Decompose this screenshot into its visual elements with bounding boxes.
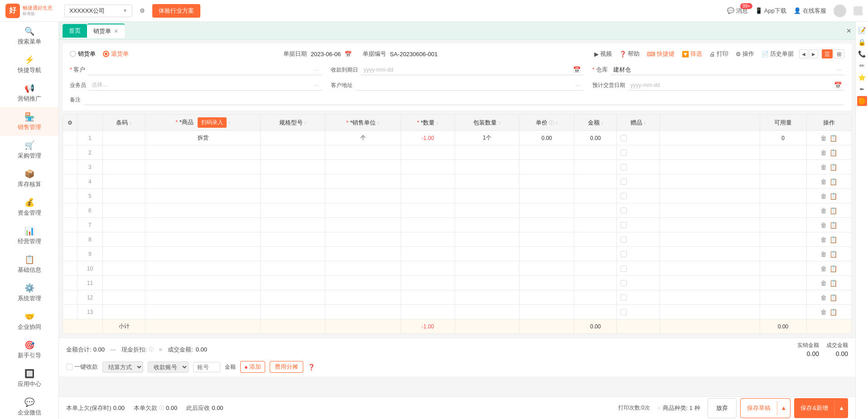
delete-icon[interactable]: 🗑	[820, 207, 827, 214]
gift-checkbox[interactable]	[621, 164, 627, 170]
add-button[interactable]: ● 添加	[240, 361, 265, 373]
delete-icon[interactable]: 🗑	[820, 164, 827, 171]
sidebar-item-guide[interactable]: 🎯 新手引导	[0, 336, 58, 364]
save-new-button[interactable]: 保存&新增 ▲	[794, 398, 848, 418]
scan-button[interactable]: 扫码录入	[198, 117, 227, 128]
sidebar-item-basic-info[interactable]: 📋 基础信息	[0, 250, 58, 279]
sidebar-item-appcenter[interactable]: 🔲 应用中心	[0, 364, 58, 393]
discount-info-icon[interactable]: ⓘ	[149, 346, 154, 353]
copy-icon[interactable]: 📋	[829, 294, 837, 301]
gift-checkbox[interactable]	[621, 207, 627, 214]
right-sidebar-notes[interactable]: 📝	[857, 25, 867, 35]
copy-icon[interactable]: 📋	[829, 207, 837, 214]
th-settings[interactable]: ⚙	[63, 115, 78, 131]
gift-checkbox[interactable]	[621, 178, 627, 185]
sidebar-item-wxwork[interactable]: 💬 企业微信	[0, 393, 58, 419]
right-sidebar-edit[interactable]: ✏	[857, 61, 867, 71]
account-number-input[interactable]	[193, 362, 220, 372]
shortcuts-button[interactable]: ⌨ 快捷键	[645, 49, 676, 59]
gift-checkbox[interactable]	[621, 251, 627, 257]
grid-view-button[interactable]: ⊞	[834, 49, 844, 58]
gift-checkbox[interactable]	[621, 294, 627, 301]
delete-icon[interactable]: 🗑	[820, 250, 827, 258]
copy-icon[interactable]: 📋	[829, 222, 837, 229]
delete-icon[interactable]: 🗑	[820, 178, 827, 185]
copy-icon[interactable]: 📋	[829, 265, 837, 272]
delete-icon[interactable]: 🗑	[820, 135, 827, 142]
radio-return-order[interactable]: 退货单	[103, 50, 129, 58]
next-arrow[interactable]: ▶	[809, 49, 818, 58]
customer-address-input[interactable]: ···	[355, 80, 583, 91]
copy-icon[interactable]: 📋	[829, 308, 837, 316]
discard-button[interactable]: 放弃	[708, 398, 737, 418]
copy-icon[interactable]: 📋	[829, 135, 837, 142]
copy-icon[interactable]: 📋	[829, 250, 837, 258]
delete-icon[interactable]: 🗑	[820, 193, 827, 200]
online-service-button[interactable]: 👤 在线客服	[794, 7, 826, 15]
gift-checkbox[interactable]	[621, 309, 627, 315]
copy-icon[interactable]: 📋	[829, 236, 837, 243]
help-button[interactable]: ❓ 帮助	[617, 49, 641, 59]
settlement-method-select[interactable]: 结算方式	[102, 361, 143, 373]
settings-icon[interactable]: ⚙	[136, 5, 149, 17]
sidebar-item-management[interactable]: 📊 经营管理	[0, 222, 58, 250]
delete-icon[interactable]: 🗑	[820, 279, 827, 287]
tab-close-icon[interactable]: ✕	[114, 28, 118, 34]
sidebar-item-marketing[interactable]: 📢 营销推广	[0, 79, 58, 107]
app-download-button[interactable]: 📱 App下载	[755, 7, 786, 15]
warehouse-input[interactable]: 建材仓 ···	[611, 64, 844, 75]
company-selector[interactable]: XXXXXX公司 ▼	[64, 5, 132, 17]
tab-sales-order[interactable]: 销货单 ✕	[87, 24, 125, 38]
sidebar-item-purchase[interactable]: 🛒 采购管理	[0, 136, 58, 164]
gift-checkbox[interactable]	[621, 222, 627, 228]
fee-help-icon[interactable]: ❓	[308, 364, 315, 371]
account-select[interactable]: 收款账号	[148, 361, 189, 373]
radio-sales-order[interactable]: 销货单	[70, 50, 96, 58]
right-sidebar-active[interactable]: 🟠	[857, 96, 867, 106]
industry-button[interactable]: 体验行业方案	[152, 4, 200, 18]
gift-checkbox[interactable]	[621, 149, 627, 156]
copy-icon[interactable]: 📋	[829, 149, 837, 156]
sidebar-item-search[interactable]: 🔍 搜索菜单	[0, 22, 58, 50]
sidebar-item-collab[interactable]: 🤝 企业协同	[0, 307, 58, 336]
avatar[interactable]	[834, 5, 846, 17]
sidebar-item-finance[interactable]: 💰 资金管理	[0, 193, 58, 222]
right-sidebar-star[interactable]: ⭐	[857, 72, 867, 82]
right-sidebar-phone[interactable]: 📞	[857, 49, 867, 59]
total-owed-info-icon[interactable]: ⓘ	[159, 405, 164, 411]
calendar-icon[interactable]: 📅	[344, 51, 352, 58]
save-new-arrow-icon[interactable]: ▲	[835, 402, 848, 414]
sidebar-item-inventory[interactable]: 📦 库存核算	[0, 164, 58, 193]
one-click-payment-checkbox[interactable]: 一键收款	[66, 363, 98, 371]
copy-icon[interactable]: 📋	[829, 164, 837, 171]
customer-input[interactable]: ···	[88, 64, 322, 75]
gift-checkbox[interactable]	[621, 280, 627, 286]
list-view-button[interactable]: ☰	[822, 49, 833, 58]
payment-due-input[interactable]: yyyy-mm-dd 📅	[361, 64, 583, 75]
copy-icon[interactable]: 📋	[829, 193, 837, 200]
gift-checkbox[interactable]	[621, 265, 627, 272]
video-button[interactable]: ▶ 视频	[592, 49, 614, 59]
copy-icon[interactable]: 📋	[829, 279, 837, 287]
save-draft-arrow-icon[interactable]: ▲	[777, 402, 790, 414]
close-all-tabs-icon[interactable]: ✕	[846, 27, 852, 34]
unit-price-info-icon[interactable]: ⓘ	[549, 120, 554, 125]
delete-icon[interactable]: 🗑	[820, 265, 827, 272]
message-button[interactable]: 💬 消息 99+	[727, 7, 748, 15]
delete-icon[interactable]: 🗑	[820, 308, 827, 316]
one-click-checkbox[interactable]	[66, 364, 73, 370]
operation-button[interactable]: ⚙ 操作	[734, 49, 756, 59]
tab-home[interactable]: 首页	[63, 24, 87, 38]
delete-icon[interactable]: 🗑	[820, 294, 827, 301]
sidebar-item-quicknav[interactable]: ⚡ 快捷导航	[0, 50, 58, 79]
salesperson-input[interactable]: 选择... ···	[89, 80, 322, 91]
prev-arrow[interactable]: ◀	[799, 49, 808, 58]
right-sidebar-pen[interactable]: ✒	[857, 84, 867, 94]
save-draft-button[interactable]: 保存草稿 ▲	[740, 398, 791, 418]
gift-checkbox[interactable]	[621, 193, 627, 199]
fee-split-button[interactable]: 费用分摊	[270, 361, 303, 373]
history-button[interactable]: 📄 历史单据	[760, 49, 795, 59]
sidebar-item-sales[interactable]: 🏪 销售管理	[0, 107, 58, 136]
expected-delivery-input[interactable]: yyyy-mm-dd 📅	[628, 80, 844, 91]
avatar-dropdown[interactable]	[853, 6, 863, 15]
